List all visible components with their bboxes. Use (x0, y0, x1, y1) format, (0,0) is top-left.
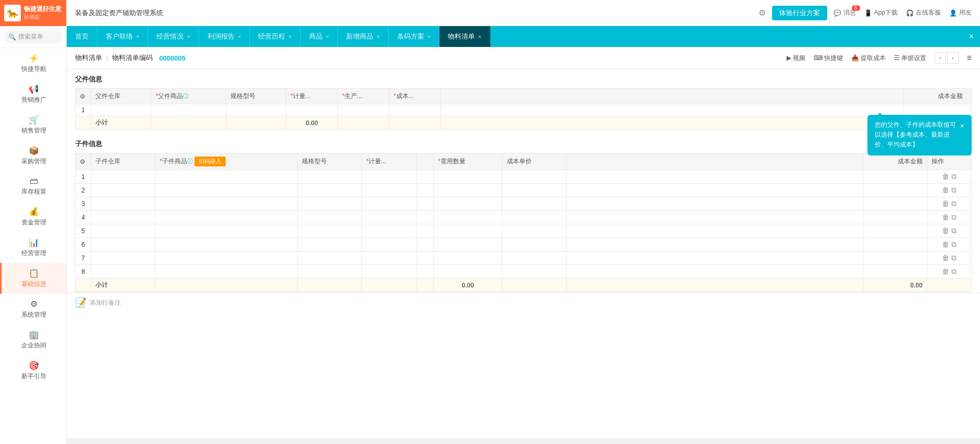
child-row-warehouse[interactable] (91, 211, 155, 224)
child-row-unit[interactable] (362, 197, 417, 211)
tab-barcode[interactable]: 条码方案 × (389, 26, 439, 47)
extract-cost-button[interactable]: 📥 提取成本 (851, 54, 886, 63)
copy-icon[interactable]: ⧉ (951, 186, 957, 195)
tab-history-close[interactable]: × (288, 33, 291, 40)
add-row-icon[interactable]: 📝 (75, 297, 87, 308)
copy-icon[interactable]: ⧉ (951, 226, 957, 235)
child-row-spec[interactable] (298, 197, 362, 211)
sidebar-item-finance[interactable]: 💰 资金管理 (0, 201, 66, 232)
child-row-spec[interactable] (298, 251, 362, 265)
child-row-unit[interactable] (362, 238, 417, 251)
delete-icon[interactable]: 🗑 (942, 199, 949, 208)
tab-operations[interactable]: 经营情况 × (148, 26, 199, 47)
scan-button[interactable]: 扫码录入 (194, 157, 226, 166)
tab-customer[interactable]: 客户联络 × (97, 26, 148, 47)
app-download-button[interactable]: 📱 App下载 (864, 8, 898, 17)
delete-icon[interactable]: 🗑 (942, 226, 949, 235)
child-row-unit-cost[interactable] (502, 211, 566, 224)
sidebar-item-inventory[interactable]: 🗃 库存核算 (0, 171, 66, 201)
sidebar-item-sales[interactable]: 🛒 销售管理 (0, 110, 66, 140)
settings-button[interactable]: ☰ 单据设置 (894, 54, 926, 63)
child-row-unit-cost[interactable] (502, 238, 566, 251)
copy-icon[interactable]: ⧉ (951, 213, 957, 222)
prev-arrow[interactable]: ‹ (935, 52, 946, 64)
next-arrow[interactable]: › (947, 52, 959, 64)
view-button[interactable]: ▶ 视频 (787, 54, 805, 63)
child-row-quantity[interactable] (433, 184, 502, 197)
delete-icon[interactable]: 🗑 (942, 213, 949, 222)
child-row-unit[interactable] (362, 251, 417, 265)
online-service-button[interactable]: 🎧 在线客服 (906, 8, 941, 17)
child-row-warehouse[interactable] (91, 251, 155, 265)
sidebar-search-container[interactable]: 🔍 搜索菜单 (0, 26, 66, 48)
sidebar-item-purchase[interactable]: 📦 采购管理 (0, 140, 66, 171)
copy-icon[interactable]: ⧉ (951, 240, 957, 249)
child-row-quantity[interactable] (433, 224, 502, 238)
child-row-unit-cost[interactable] (502, 184, 566, 197)
child-row-quantity[interactable] (433, 265, 502, 279)
child-row-quantity[interactable] (433, 211, 502, 224)
copy-icon[interactable]: ⧉ (951, 172, 957, 181)
parent-col-settings[interactable]: ⚙ (76, 89, 91, 104)
sidebar-item-basic[interactable]: 📋 基础信息 (0, 263, 66, 294)
child-row-product[interactable] (155, 251, 298, 265)
child-row-unit[interactable] (362, 184, 417, 197)
tab-product[interactable]: 商品 × (301, 26, 338, 47)
child-row-warehouse[interactable] (91, 197, 155, 211)
message-button[interactable]: 💬 消息 6 (834, 8, 856, 17)
parent-row-product[interactable] (151, 104, 226, 116)
tab-customer-close[interactable]: × (136, 33, 139, 40)
delete-icon[interactable]: 🗑 (942, 172, 949, 181)
child-row-spec[interactable] (298, 184, 362, 197)
search-input-area[interactable]: 🔍 搜索菜单 (4, 30, 62, 43)
copy-icon[interactable]: ⧉ (951, 267, 957, 276)
child-row-warehouse[interactable] (91, 170, 155, 184)
child-row-spec[interactable] (298, 224, 362, 238)
tab-bom[interactable]: 物料清单 × (439, 26, 490, 47)
delete-icon[interactable]: 🗑 (942, 240, 949, 249)
child-row-product[interactable] (155, 211, 298, 224)
tab-new-product[interactable]: 新增商品 × (338, 26, 388, 47)
breadcrumb-item1[interactable]: 物料清单 (75, 53, 102, 63)
sidebar-item-operations[interactable]: 📊 经营管理 (0, 232, 66, 263)
sidebar-item-system[interactable]: ⚙ 系统管理 (0, 294, 66, 325)
tab-operations-close[interactable]: × (187, 33, 190, 40)
tab-history[interactable]: 经营历程 × (250, 26, 300, 47)
settings-gear-icon[interactable]: ⚙ (758, 8, 766, 18)
delete-icon[interactable]: 🗑 (942, 186, 949, 195)
tooltip-close-button[interactable]: × (960, 120, 964, 131)
list-view-icon[interactable]: ≡ (967, 53, 972, 63)
child-row-quantity[interactable] (433, 238, 502, 251)
delete-icon[interactable]: 🗑 (942, 267, 949, 276)
tab-profit-close[interactable]: × (238, 33, 241, 40)
child-row-product[interactable] (155, 238, 298, 251)
child-row-warehouse[interactable] (91, 265, 155, 279)
child-row-unit[interactable] (362, 265, 417, 279)
close-all-tabs[interactable]: × (963, 32, 980, 41)
tab-barcode-close[interactable]: × (427, 33, 431, 40)
child-row-unit-cost[interactable] (502, 251, 566, 265)
tab-new-product-close[interactable]: × (376, 33, 379, 40)
copy-icon[interactable]: ⧉ (951, 199, 957, 208)
child-row-quantity[interactable] (433, 251, 502, 265)
child-row-product[interactable] (155, 224, 298, 238)
parent-row-spec[interactable] (226, 104, 286, 116)
child-row-unit-cost[interactable] (502, 265, 566, 279)
child-row-unit[interactable] (362, 170, 417, 184)
parent-row-mfg[interactable] (338, 104, 389, 116)
tab-bom-close[interactable]: × (478, 33, 481, 40)
child-row-unit-cost[interactable] (502, 170, 566, 184)
child-row-spec[interactable] (298, 211, 362, 224)
shortcut-button[interactable]: ⌨ 快捷键 (814, 54, 843, 63)
child-row-spec[interactable] (298, 265, 362, 279)
sidebar-item-guide[interactable]: 🎯 新手引导 (0, 355, 66, 386)
tab-home[interactable]: 首页 (67, 26, 97, 47)
child-row-warehouse[interactable] (91, 238, 155, 251)
child-row-warehouse[interactable] (91, 224, 155, 238)
tab-profit[interactable]: 利润报告 × (199, 26, 250, 47)
child-row-spec[interactable] (298, 238, 362, 251)
sidebar-item-quicknav[interactable]: ⚡ 快捷导航 (0, 48, 66, 79)
delete-icon[interactable]: 🗑 (942, 254, 949, 262)
child-row-unit[interactable] (362, 224, 417, 238)
child-row-product[interactable] (155, 170, 298, 184)
